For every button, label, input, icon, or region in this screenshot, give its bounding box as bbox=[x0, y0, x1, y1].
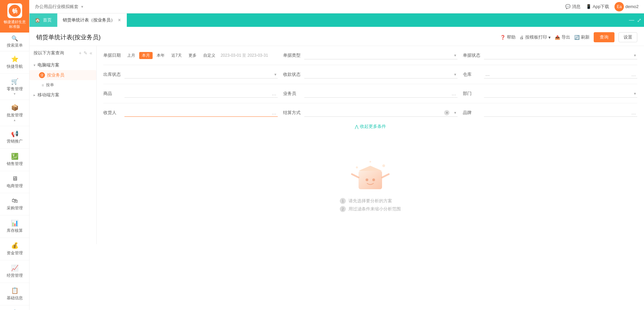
content-wrapper: 按以下方案查询 + ✎ « ▾ 电脑端方案 bbox=[30, 46, 644, 244]
query-button[interactable]: 查询 bbox=[594, 32, 614, 42]
doc-status-select[interactable] bbox=[484, 51, 637, 59]
app-download-label: App下载 bbox=[593, 4, 609, 10]
date-btn-custom[interactable]: 自定义 bbox=[201, 52, 218, 59]
sidebar-item-purchase[interactable]: 🛍 采购管理 bbox=[0, 193, 29, 215]
staff-input[interactable] bbox=[304, 90, 458, 98]
sales-label: 销售管理 bbox=[7, 161, 23, 167]
consignee-input[interactable] bbox=[124, 109, 278, 117]
collapse-panel-icon[interactable]: « bbox=[90, 50, 92, 56]
basic-icon: 📋 bbox=[11, 287, 18, 294]
sidebar-item-basic[interactable]: 📋 基础信息 bbox=[0, 283, 29, 305]
sidebar-item-retail[interactable]: 🛒 零售管理 ▾ bbox=[0, 74, 29, 100]
scheme-sub-icon: ≡ bbox=[42, 83, 44, 88]
svg-point-6 bbox=[382, 164, 385, 167]
page-title: 销货单统计表(按业务员) bbox=[36, 33, 101, 41]
tab-home[interactable]: 🏠 首页 bbox=[30, 13, 57, 27]
basic-label: 基础信息 bbox=[7, 295, 23, 301]
goods-label: 商品 bbox=[103, 91, 122, 97]
sidebar-navigation: ⭐ 快捷导航 🛒 零售管理 ▾ 📦 批发管理 ▴ 📢 营销推广 💹 销售管理 🖥… bbox=[0, 51, 29, 310]
tabbar: 🏠 首页 销货单统计表（按业务员） ✕ — ⤢ bbox=[30, 13, 644, 27]
sidebar-item-finance[interactable]: 💰 资金管理 bbox=[0, 238, 29, 260]
svg-point-4 bbox=[372, 178, 375, 181]
purchase-label: 采购管理 bbox=[7, 205, 23, 211]
collapse-row: ⋀ 收起更多条件 bbox=[103, 121, 637, 132]
sales-icon: 💹 bbox=[11, 153, 18, 160]
sidebar-item-ecommerce[interactable]: 🖥 电商管理 bbox=[0, 171, 29, 193]
scheme-item-by-staff-label: 按业务员 bbox=[47, 72, 64, 78]
warehouse-dots[interactable]: … bbox=[631, 72, 636, 77]
right-panel: 单据日期 上月 本月 本年 近7天 更多 自定义 2023-03-01 至 20… bbox=[97, 46, 644, 244]
tab-sales-stats[interactable]: 销货单统计表（按业务员） ✕ bbox=[57, 13, 127, 27]
filter-item-date: 单据日期 上月 本月 本年 近7天 更多 自定义 2023-03-01 至 20… bbox=[103, 52, 278, 59]
out-status-select[interactable] bbox=[124, 70, 278, 79]
brand-input[interactable] bbox=[484, 109, 637, 117]
sidebar-search[interactable]: 🔍 搜索菜单 bbox=[0, 33, 29, 51]
date-btn-this-month[interactable]: 本月 bbox=[139, 52, 153, 59]
scheme-item-by-staff[interactable]: 业 按业务员 bbox=[30, 70, 96, 80]
doc-type-select[interactable] bbox=[304, 51, 458, 59]
user-profile[interactable]: Ea demo2 bbox=[614, 2, 639, 11]
empty-tip-2: 2 用过滤条件来缩小分析范围 bbox=[340, 206, 401, 212]
avatar: Ea bbox=[614, 2, 624, 11]
doc-type-select-wrapper bbox=[304, 51, 458, 59]
empty-tips: 1 请先选择要分析的方案 2 用过滤条件来缩小分析范围 bbox=[340, 198, 401, 212]
svg-text:畅: 畅 bbox=[12, 8, 17, 14]
help-button[interactable]: ❓ 帮助 bbox=[500, 34, 516, 40]
wholesale-icon: 📦 bbox=[11, 104, 18, 111]
user-name: demo2 bbox=[625, 4, 639, 9]
template-print-button[interactable]: 🖨 按模板打印 ▾ bbox=[520, 34, 551, 40]
date-btn-last-month[interactable]: 上月 bbox=[124, 52, 138, 59]
brand-dots[interactable]: … bbox=[631, 110, 636, 115]
breadcrumb-arrow[interactable]: ▾ bbox=[81, 4, 83, 9]
receipt-status-select[interactable] bbox=[304, 70, 458, 79]
main-content: 办公用品行业模拟账套 ▾ 💬 消息 📱 App下载 Ea demo2 🏠 首页 … bbox=[30, 0, 644, 310]
tab-maximize-icon[interactable]: ⤢ bbox=[637, 17, 641, 23]
page: 销货单统计表(按业务员) ❓ 帮助 🖨 按模板打印 ▾ 📤 导出 bbox=[30, 27, 644, 310]
date-btn-this-year[interactable]: 本年 bbox=[154, 52, 167, 59]
sidebar: 畅 畅捷通好生意 标准版 🔍 搜索菜单 ⭐ 快捷导航 🛒 零售管理 ▾ 📦 批发… bbox=[0, 0, 30, 310]
staff-dots[interactable]: … bbox=[451, 91, 456, 96]
collapse-button[interactable]: ⋀ 收起更多条件 bbox=[355, 123, 386, 130]
tab-minimize-icon[interactable]: — bbox=[629, 17, 634, 23]
scheme-group-desktop[interactable]: ▾ 电脑端方案 bbox=[30, 60, 96, 70]
doc-status-label: 单据状态 bbox=[463, 52, 481, 58]
export-button[interactable]: 📤 导出 bbox=[555, 34, 570, 40]
sidebar-item-system[interactable]: ⚙️ 系统管理 bbox=[0, 305, 29, 310]
quick-nav-icon: ⭐ bbox=[11, 55, 18, 63]
goods-input[interactable] bbox=[124, 90, 278, 98]
tabbar-right: — ⤢ bbox=[626, 13, 644, 27]
filter-item-receipt-status: 收款状态 bbox=[283, 70, 458, 79]
desktop-group-arrow: ▾ bbox=[34, 63, 36, 67]
sidebar-item-operation[interactable]: 📈 经营管理 bbox=[0, 260, 29, 283]
settlement-clear-icon[interactable]: ✕ bbox=[444, 110, 449, 115]
settlement-select[interactable] bbox=[304, 109, 458, 117]
filter-item-brand: 品牌 … bbox=[463, 109, 637, 117]
scheme-item-by-order[interactable]: ≡ 按单 bbox=[30, 80, 96, 90]
collapse-label: 收起更多条件 bbox=[360, 123, 386, 130]
sidebar-item-marketing[interactable]: 📢 营销推广 bbox=[0, 126, 29, 149]
scheme-group-mobile[interactable]: ▸ 移动端方案 bbox=[30, 90, 96, 100]
sidebar-item-sales[interactable]: 💹 销售管理 bbox=[0, 149, 29, 171]
tip-num-1: 1 bbox=[340, 198, 346, 204]
date-btn-7days[interactable]: 近7天 bbox=[169, 52, 184, 59]
filter-row-2: 出库状态 收款状态 bbox=[103, 70, 637, 79]
left-panel-title: 按以下方案查询 bbox=[34, 50, 64, 56]
help-label: 帮助 bbox=[507, 34, 516, 40]
settings-button[interactable]: 设置 bbox=[619, 32, 637, 42]
warehouse-input[interactable] bbox=[484, 70, 637, 79]
tab-close-icon[interactable]: ✕ bbox=[118, 18, 121, 22]
app-download-button[interactable]: 📱 App下载 bbox=[586, 4, 609, 10]
goods-dots[interactable]: … bbox=[272, 91, 276, 96]
refresh-icon: 🔄 bbox=[574, 35, 580, 40]
svg-point-7 bbox=[370, 161, 371, 163]
sidebar-item-wholesale[interactable]: 📦 批发管理 ▴ bbox=[0, 100, 29, 126]
date-btn-more[interactable]: 更多 bbox=[186, 52, 199, 59]
refresh-button[interactable]: 🔄 刷新 bbox=[574, 34, 590, 40]
add-scheme-icon[interactable]: + bbox=[79, 50, 82, 56]
sidebar-item-inventory[interactable]: 📊 库存核算 bbox=[0, 215, 29, 238]
sidebar-item-quick-nav[interactable]: ⭐ 快捷导航 bbox=[0, 51, 29, 74]
consignee-dots[interactable]: … bbox=[272, 110, 276, 115]
edit-scheme-icon[interactable]: ✎ bbox=[84, 50, 88, 56]
message-button[interactable]: 💬 消息 bbox=[565, 4, 581, 10]
dept-select[interactable] bbox=[484, 90, 637, 98]
